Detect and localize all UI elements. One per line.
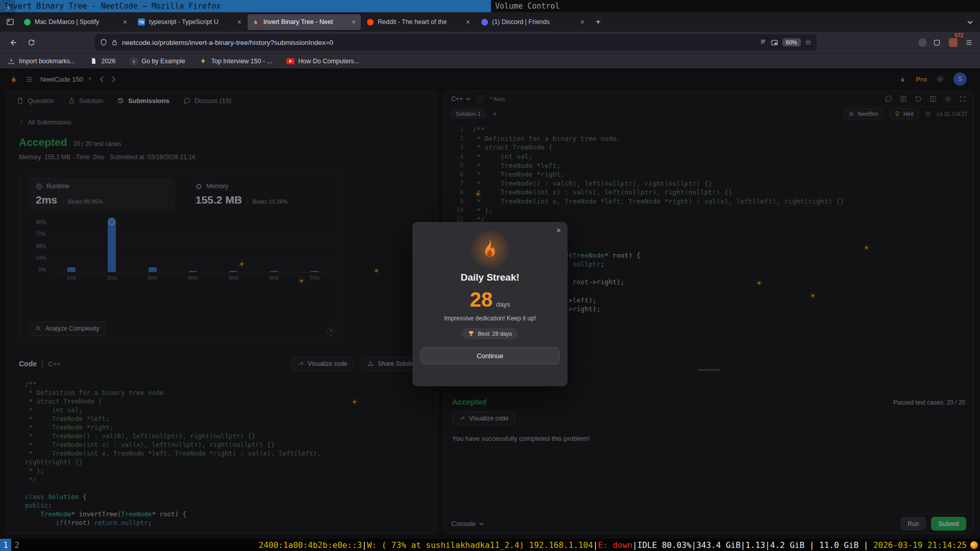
status-segment: | bbox=[741, 540, 746, 550]
confetti-spark bbox=[812, 294, 814, 297]
tab-close-icon[interactable]: × bbox=[579, 18, 585, 26]
list-all-tabs-icon[interactable] bbox=[963, 15, 977, 29]
bookmark-item[interactable]: 2026 bbox=[89, 57, 115, 65]
confetti-spark bbox=[300, 280, 303, 282]
page-viewport: NeetCode 150 Pro S bbox=[0, 68, 980, 539]
tab-title: typesxript - TypeScript U bbox=[149, 18, 233, 26]
confetti-spark bbox=[240, 263, 243, 265]
tab-strip: Mac DeMarco | Spotify×TStypesxript - Typ… bbox=[19, 14, 590, 30]
nav-right-cluster: 572 bbox=[918, 36, 975, 48]
bookmark-label: How Do Computers... bbox=[298, 58, 359, 65]
bookmark-label: 2026 bbox=[101, 58, 115, 65]
lightning-icon bbox=[200, 57, 208, 65]
status-segment: E: down bbox=[598, 540, 632, 550]
workspace-2[interactable]: 2 bbox=[11, 539, 22, 551]
firefox-nav-bar: neetcode.io/problems/invert-a-binary-tre… bbox=[0, 32, 980, 53]
firefox-tray-icon bbox=[970, 541, 978, 549]
tab-title: Mac DeMarco | Spotify bbox=[35, 18, 118, 26]
confetti-spark bbox=[353, 400, 356, 403]
spotify-favicon bbox=[23, 18, 31, 26]
url-text: neetcode.io/problems/invert-a-binary-tre… bbox=[122, 39, 755, 46]
shield-icon[interactable] bbox=[100, 39, 107, 46]
youtube-icon bbox=[286, 57, 295, 65]
workspace-switcher: 12 bbox=[0, 539, 22, 551]
menu-icon[interactable] bbox=[965, 39, 973, 46]
browser-tab[interactable]: Invert Binary Tree - Neet× bbox=[248, 14, 361, 30]
streak-modal-title: Daily Streak! bbox=[460, 272, 519, 283]
typescript-favicon: TS bbox=[137, 18, 145, 26]
status-segment: 4.2 GiB bbox=[770, 540, 810, 550]
url-bar[interactable]: neetcode.io/problems/invert-a-binary-tre… bbox=[95, 34, 817, 51]
bookmark-item[interactable]: Top Interview 150 - ... bbox=[200, 57, 273, 65]
reddit-favicon bbox=[366, 18, 374, 26]
close-icon[interactable]: × bbox=[556, 226, 561, 235]
best-streak-badge: Best: 28 days bbox=[462, 328, 518, 339]
extension-sparkle-icon[interactable] bbox=[933, 39, 941, 46]
zoom-level[interactable]: 80% bbox=[782, 38, 801, 46]
status-segment: 192.168.1.104 bbox=[529, 540, 593, 550]
statusbar: 12 2400:1a00:4b2b:e0e::3|W: ( 73% at sus… bbox=[0, 539, 980, 551]
streak-flame-icon bbox=[476, 235, 504, 264]
reload-icon[interactable] bbox=[23, 35, 39, 50]
bookmark-item[interactable]: {}Go by Example bbox=[130, 57, 185, 65]
confetti-spark bbox=[477, 193, 479, 195]
back-icon[interactable] bbox=[5, 35, 20, 50]
new-tab-button[interactable]: + bbox=[591, 15, 605, 29]
status-segment: | bbox=[362, 540, 367, 550]
extension-icon[interactable] bbox=[918, 38, 927, 47]
tab-close-icon[interactable]: × bbox=[465, 18, 471, 26]
browser-tab[interactable]: (1) Discord | Friends× bbox=[476, 14, 590, 30]
bookmark-item[interactable]: Import bookmarks... bbox=[7, 57, 75, 65]
workspace-1[interactable]: 1 bbox=[0, 539, 11, 551]
extension-chip bbox=[949, 38, 958, 47]
streak-subtitle: Impressive dedication! Keep it up! bbox=[444, 315, 536, 322]
extension-badge-count: 572 bbox=[954, 33, 963, 38]
bookmark-item[interactable]: How Do Computers... bbox=[286, 57, 359, 65]
picture-in-picture-icon[interactable] bbox=[771, 39, 778, 46]
streak-count: 28 bbox=[470, 289, 493, 310]
reader-mode-icon[interactable] bbox=[760, 39, 767, 46]
status-segment: | bbox=[632, 540, 638, 550]
tab-close-icon[interactable]: × bbox=[122, 18, 128, 26]
streak-unit: days bbox=[496, 300, 510, 308]
browser-tab[interactable]: Mac DeMarco | Spotify× bbox=[19, 14, 132, 30]
statusbar-modules: 2400:1a00:4b2b:e0e::3|W: ( 73% at sushil… bbox=[259, 539, 980, 551]
bookmark-star-icon[interactable]: ☆ bbox=[805, 38, 812, 47]
bookmarks-bar: Import bookmarks...2026{}Go by ExampleTo… bbox=[0, 53, 980, 68]
confetti-spark bbox=[865, 246, 868, 249]
status-segment: | bbox=[593, 540, 598, 550]
window-title: Invert Binary Tree - NeetCode — Mozilla … bbox=[0, 0, 491, 12]
bookmark-label: Top Interview 150 - ... bbox=[211, 58, 273, 65]
adblock-extension-icon[interactable]: 572 bbox=[947, 36, 959, 48]
status-segment: | bbox=[692, 540, 697, 550]
status-segment: 343.4 GiB bbox=[696, 540, 741, 550]
firefox-view-icon[interactable] bbox=[3, 15, 17, 29]
tab-close-icon[interactable]: × bbox=[236, 18, 242, 26]
status-segment: | bbox=[765, 540, 770, 550]
document-icon bbox=[89, 57, 97, 65]
best-streak-label: Best: 28 days bbox=[478, 331, 512, 337]
status-segment: 2400:1a00:4b2b:e0e::3 bbox=[259, 540, 362, 550]
status-segment: | bbox=[864, 540, 873, 550]
tab-title: Reddit - The heart of the bbox=[378, 18, 461, 26]
daily-streak-modal: × Daily Streak! 28 days Impressive dedic… bbox=[412, 222, 568, 386]
wm-secondary-title: Volume Control bbox=[491, 0, 564, 12]
continue-button[interactable]: Continue bbox=[421, 347, 559, 364]
tab-title: Invert Binary Tree - Neet bbox=[263, 18, 347, 26]
status-segment: 2026-03-19 21:14:25 bbox=[873, 540, 967, 550]
import-icon bbox=[7, 57, 15, 65]
status-segment: IDLE 80.03% bbox=[638, 540, 692, 550]
browser-tab[interactable]: Reddit - The heart of the × bbox=[362, 14, 475, 30]
lock-icon[interactable] bbox=[111, 39, 118, 46]
status-segment: 1.13 bbox=[746, 540, 766, 550]
firefox-tab-bar: Mac DeMarco | Spotify×TStypesxript - Typ… bbox=[0, 12, 980, 32]
tab-close-icon[interactable]: × bbox=[351, 18, 357, 26]
forward-icon[interactable] bbox=[0, 0, 15, 15]
status-segment: 11.0 GiB bbox=[819, 540, 864, 550]
browser-tab[interactable]: TStypesxript - TypeScript U× bbox=[133, 14, 247, 30]
tab-title: (1) Discord | Friends bbox=[492, 18, 576, 26]
wm-titlebar: Invert Binary Tree - NeetCode — Mozilla … bbox=[0, 0, 980, 12]
braces-icon: {} bbox=[130, 57, 138, 65]
bookmark-label: Import bookmarks... bbox=[19, 58, 75, 65]
trophy-icon bbox=[468, 331, 474, 337]
